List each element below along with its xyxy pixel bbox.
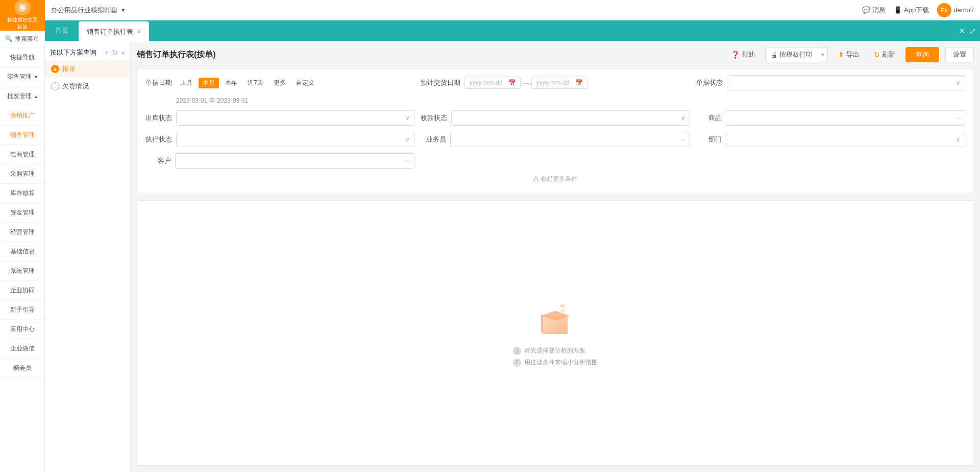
query-button[interactable]: 查询: [905, 47, 939, 62]
sidebar-nav-finance[interactable]: 资金管理: [0, 203, 44, 223]
date-tab-this-month[interactable]: 本月: [199, 78, 219, 88]
svg-point-3: [546, 327, 549, 329]
avatar: Ea: [937, 3, 951, 17]
goods-field: 商品 ···: [696, 110, 965, 126]
logo-text: 畅捷通好生意: [7, 16, 38, 23]
settings-button[interactable]: 设置: [945, 47, 974, 62]
sidebar-nav-basic[interactable]: 基础信息: [0, 242, 44, 262]
calendar-from-icon[interactable]: 📅: [508, 79, 516, 86]
empty-illustration: [535, 299, 576, 340]
date-range-display: 2023-03-01 至 2023-03-31: [145, 97, 965, 105]
sidebar-nav-retail[interactable]: 零售管理 ▾: [0, 67, 44, 87]
tab-active[interactable]: 销售订单执行表 ×: [79, 21, 149, 42]
logo-icon: [14, 0, 31, 15]
date-separator: —: [523, 79, 529, 87]
sidebar-search[interactable]: 🔍 搜索菜单: [0, 31, 44, 48]
expected-date-from[interactable]: yyyy-mm-dd 📅: [464, 77, 521, 89]
customer-select[interactable]: ···: [175, 153, 414, 169]
sidebar-nav-wholesale[interactable]: 批发管理 ▴: [0, 87, 44, 106]
collapse-label: 收起更多条件: [541, 175, 577, 182]
calendar-to-icon[interactable]: 📅: [575, 79, 583, 86]
collapse-icon: ⋀: [533, 175, 538, 182]
app-download-btn[interactable]: 📱 App下载: [894, 6, 929, 15]
scheme-item-order-label: 按单: [62, 64, 76, 74]
data-area: 1 请先选择要分析的方案 2 用过滤条件来缩小分析范围: [137, 200, 974, 466]
date-field: 单据日期 上月 本月 本年 近7天 更多 自定义: [145, 78, 414, 88]
date-tab-custom[interactable]: 自定义: [292, 78, 318, 88]
date-tab-7days[interactable]: 近7天: [243, 78, 267, 88]
date-label: 单据日期: [145, 78, 172, 87]
scheme-item-order[interactable]: ● 按单: [45, 60, 130, 78]
customer-label: 客户: [145, 156, 171, 166]
tab-home[interactable]: 首页: [45, 20, 79, 41]
left-panel-title: 按以下方案查询: [50, 48, 96, 57]
sidebar: 畅捷通好生意 标版 🔍 搜索菜单 快捷导航 零售管理 ▾ 批发管理 ▴ 营销推广…: [0, 0, 45, 472]
collapse-panel-icon[interactable]: «: [121, 49, 125, 57]
sidebar-nav-inventory[interactable]: 库存核算: [0, 184, 44, 203]
tabbar-actions: ✕ ⤢: [959, 26, 980, 36]
sidebar-nav-newbie[interactable]: 新手引导: [0, 300, 44, 320]
tabbar-expand-icon[interactable]: ⤢: [969, 26, 976, 36]
main-content: 办公用品行业模拟账套 ▾ 💬 消息 📱 App下载 Ea demo2 首页 销售…: [45, 0, 980, 472]
app-download-icon: 📱: [894, 6, 902, 14]
empty-tip-2: 2 用过滤条件来缩小分析范围: [513, 358, 598, 367]
expected-date-from-text: yyyy-mm-dd: [469, 79, 502, 86]
refresh-btn[interactable]: ↻ 刷新: [870, 48, 899, 61]
print-btn[interactable]: 🖨 按模板打印: [766, 48, 818, 62]
sidebar-nav-system[interactable]: 系统管理: [0, 262, 44, 281]
scheme-item-backorder-label: 欠货情况: [62, 82, 89, 91]
refresh-scheme-icon[interactable]: ↻: [112, 49, 118, 57]
expected-date-label: 预计交货日期: [421, 78, 460, 87]
out-status-select[interactable]: ∨: [176, 110, 414, 126]
scheme-item-backorder[interactable]: ○ 欠货情况: [45, 78, 130, 95]
date-tab-more[interactable]: 更多: [270, 78, 290, 88]
expected-date-to[interactable]: yyyy-mm-dd 📅: [531, 77, 587, 89]
goods-label: 商品: [696, 113, 722, 123]
sidebar-nav-wechat[interactable]: 企业微信: [0, 339, 44, 359]
pay-status-select[interactable]: ∨: [451, 110, 690, 126]
add-scheme-icon[interactable]: +: [105, 49, 109, 57]
tip-num-2: 2: [513, 359, 521, 367]
print-dropdown-arrow[interactable]: ▾: [818, 49, 827, 61]
sidebar-nav-sales[interactable]: 销售管理: [0, 126, 44, 145]
tab-close-icon[interactable]: ×: [137, 28, 141, 35]
sidebar-nav-operations[interactable]: 经营管理: [0, 223, 44, 242]
svg-point-2: [561, 309, 564, 312]
pay-status-label: 收款状态: [421, 113, 447, 123]
goods-select[interactable]: ···: [726, 110, 965, 126]
status-select[interactable]: ∨: [727, 75, 965, 90]
exec-status-select[interactable]: ∨: [176, 132, 414, 147]
app-logo: 畅捷通好生意 标版: [0, 0, 45, 31]
sidebar-nav-membership[interactable]: 畅会员: [0, 359, 44, 378]
sidebar-nav-ecommerce[interactable]: 电商管理: [0, 145, 44, 164]
help-btn[interactable]: ❓ 帮助: [727, 48, 759, 61]
expected-date-to-text: yyyy-mm-dd: [536, 79, 569, 86]
sidebar-nav-appcenter[interactable]: 应用中心: [0, 320, 44, 339]
sales-select[interactable]: ···: [450, 132, 690, 147]
expected-date-field: 预计交货日期 yyyy-mm-dd 📅 — yyyy-mm-dd 📅: [421, 77, 690, 89]
customer-field: 客户 ···: [145, 153, 414, 169]
status-dropdown-icon: ∨: [956, 79, 961, 86]
out-status-field: 出库状态 ∨: [145, 110, 414, 126]
page-title: 销售订单执行表(按单): [137, 50, 216, 60]
user-avatar-btn[interactable]: Ea demo2: [937, 3, 974, 17]
date-tab-last-month[interactable]: 上月: [176, 78, 197, 88]
breadcrumb-dropdown-icon[interactable]: ▾: [121, 6, 125, 14]
dept-select[interactable]: ∨: [726, 132, 965, 147]
sidebar-nav-marketing[interactable]: 营销推广: [0, 106, 44, 126]
export-btn[interactable]: ⬆ 导出: [834, 48, 864, 61]
topbar-right: 💬 消息 📱 App下载 Ea demo2: [862, 3, 974, 17]
sidebar-nav-purchase[interactable]: 采购管理: [0, 164, 44, 184]
date-tab-this-year[interactable]: 本年: [221, 78, 241, 88]
sidebar-nav-cooperation[interactable]: 企业协同: [0, 281, 44, 300]
collapse-bar[interactable]: ⋀ 收起更多条件: [145, 171, 965, 187]
goods-more-icon: ···: [955, 114, 961, 122]
message-btn[interactable]: 💬 消息: [862, 6, 886, 15]
sidebar-nav-quick[interactable]: 快捷导航: [0, 48, 44, 67]
empty-tip-1: 1 请先选择要分析的方案: [513, 346, 598, 355]
tabbar-close-icon[interactable]: ✕: [959, 26, 965, 36]
export-label: 导出: [846, 50, 860, 59]
sales-field: 业务员 ···: [421, 132, 690, 147]
tab-active-label: 销售订单执行表: [87, 27, 133, 36]
tab-home-label: 首页: [55, 26, 68, 35]
